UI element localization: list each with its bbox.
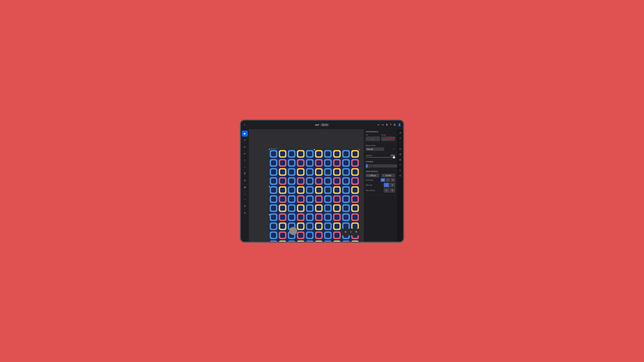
left-toolbar: ▶ ✦ ✒ ✏ ◻ ○ T ⊡ ▨ ••• − ⊟ ● (241, 129, 249, 242)
mini-star-btn[interactable]: ❋ (354, 230, 358, 234)
pattern-canvas (269, 149, 360, 242)
eraser-tool[interactable]: ◻ (242, 157, 248, 163)
blend-mode-select[interactable]: Normal Multiply Screen Overlay (366, 147, 384, 151)
text-tool[interactable]: T (242, 171, 248, 177)
grid-dimensions-row: ⊞ 1,546 px ⊟ -10.693... (366, 174, 395, 177)
share-button[interactable]: ⬆ (386, 123, 388, 126)
back-button[interactable]: ‹ (243, 122, 246, 127)
main-layout: ▶ ✦ ✒ ✏ ◻ ○ T ⊡ ▨ ••• − ⊟ ● Artboard 1 (241, 129, 403, 242)
grid-width-value: 1,546 px (369, 174, 378, 176)
canvas-area[interactable]: Artboard 1 (249, 129, 364, 242)
fill-label: Fill (366, 134, 380, 136)
help-button[interactable]: ? (390, 123, 392, 126)
handle-top-center[interactable] (314, 149, 315, 150)
grid-type-grid-btn[interactable]: ⊞ (381, 178, 385, 182)
stroke-size-input[interactable] (372, 164, 397, 167)
effects-panel-icon[interactable]: ✦ (398, 136, 402, 141)
toolbar-separator (243, 191, 247, 191)
stroke-swatch[interactable] (381, 137, 395, 141)
stroke-dotted-btn[interactable]: .. (370, 164, 372, 168)
stroke-line (382, 138, 394, 140)
grid-type-row: Grid type ⊞ ⊡ ⊠ (366, 178, 395, 182)
opacity-value: 100% (390, 154, 395, 156)
stroke-panel-section: STROKE — - - .. (364, 160, 397, 169)
flip-col-vertical-btn[interactable]: ⇅ (390, 188, 395, 193)
grid-height-input[interactable]: ⊟ -10.693... (382, 174, 395, 177)
appearance-section: APPEARANCE Fill — Stroke (364, 129, 397, 143)
device-frame: ‹ obd 39.3% ↩ ↪ ⬆ ? ⚙ 👤 ▶ ✦ ✒ ✏ ◻ ○ T ⊡ … (240, 119, 404, 243)
stroke-dashed-btn[interactable]: - - (368, 164, 370, 168)
top-bar-right: ↩ ↪ ⬆ ? ⚙ 👤 (377, 123, 401, 126)
doc-title: obd (315, 123, 319, 126)
brush-color-tool[interactable]: ● (242, 210, 248, 216)
blend-row: Blend mode (366, 144, 395, 146)
grid-repeat-title: GRID REPEAT (366, 171, 395, 172)
zoom-badge[interactable]: 39.3% (321, 123, 329, 126)
chevron-down-icon: ▾ (393, 148, 394, 150)
settings-button[interactable]: ⚙ (394, 123, 396, 126)
image-panel-icon[interactable]: ▨ (398, 157, 402, 162)
flip-row-vertical-btn[interactable]: ⇅ (390, 183, 395, 187)
fill-swatch[interactable]: — (366, 137, 380, 141)
pen-tool[interactable]: ✒ (242, 144, 248, 150)
blend-label: Blend mode (366, 144, 376, 146)
toolbar-dots: ••• (244, 192, 246, 194)
grid-repeat-section: GRID REPEAT ⊞ 1,546 px ⊟ -10.693... Grid… (364, 169, 397, 195)
grid-width-icon: ⊞ (367, 174, 368, 176)
panel-settings-icon[interactable]: ⚙ (398, 173, 402, 178)
profile-button[interactable]: 👤 (398, 123, 401, 126)
stroke-col: Stroke (381, 134, 395, 141)
opacity-label: Opacity (366, 154, 372, 156)
redo-button[interactable]: ↪ (382, 123, 384, 126)
image-tool[interactable]: ▨ (242, 184, 248, 190)
flip-row-btns: ⇆ ⇅ (384, 183, 395, 187)
obj-props-panel-icon[interactable]: ⊟ (398, 147, 402, 151)
grid-type-btns: ⊞ ⊡ ⊠ (381, 178, 395, 182)
align-tool[interactable]: ⊟ (242, 203, 248, 209)
flip-column-section: Flip column ⇆ ⇅ (366, 188, 395, 193)
undo-button[interactable]: ↩ (377, 123, 380, 126)
layers-panel-icon[interactable]: ⊞ (398, 131, 402, 135)
opacity-row: Opacity 100% (366, 154, 395, 156)
grid-type-hex-btn[interactable]: ⊠ (391, 178, 395, 182)
stroke-controls: — - - .. (366, 164, 395, 168)
direct-select-tool[interactable]: ✦ (242, 137, 248, 143)
select-tool[interactable]: ▶ (242, 131, 248, 137)
grid-height-icon: ⊟ (383, 174, 384, 176)
transform-panel-icon[interactable]: ⊠ (398, 152, 402, 157)
grid-type-brick-btn[interactable]: ⊡ (386, 178, 390, 182)
artboard[interactable] (269, 149, 360, 242)
mini-grid-btn[interactable]: ⊞ (343, 230, 348, 234)
grid-width-input[interactable]: ⊞ 1,546 px (366, 174, 379, 177)
grid-height-value: -10.693... (385, 174, 394, 176)
right-panel: APPEARANCE Fill — Stroke (364, 129, 397, 242)
opacity-fill (366, 157, 395, 158)
opacity-slider[interactable] (366, 157, 395, 158)
flip-col-label: Flip column (366, 189, 375, 191)
fill-dash: — (372, 137, 374, 140)
flip-row-label: Flip row (366, 184, 372, 186)
fill-stroke-row: Fill — Stroke (366, 134, 395, 141)
crop-tool[interactable]: ⊡ (242, 177, 248, 184)
minus-tool[interactable]: − (242, 196, 248, 202)
export-panel-icon[interactable]: ⬚ (398, 141, 402, 146)
bottom-mini-toolbar: ⊞ ≡ ❋ (342, 229, 360, 235)
top-bar-center: obd 39.3% (315, 123, 329, 126)
blend-wrapper[interactable]: Normal Multiply Screen Overlay ▾ (366, 147, 395, 151)
type-panel-icon[interactable]: T (398, 163, 402, 167)
stroke-solid-btn[interactable]: — (366, 164, 368, 168)
stroke-label: Stroke (381, 134, 395, 136)
grid-type-label: Grid type (366, 179, 373, 181)
floating-button[interactable] (289, 227, 297, 235)
flip-col-horizontal-btn[interactable]: ⇆ (384, 188, 389, 193)
flip-row-horizontal-btn[interactable]: ⇆ (384, 183, 389, 187)
mini-list-btn[interactable]: ≡ (348, 230, 353, 234)
pencil-tool[interactable]: ✏ (242, 151, 248, 157)
shape-tool[interactable]: ○ (242, 164, 248, 170)
svg-rect-18 (269, 149, 360, 242)
path-panel-icon[interactable]: ✒ (398, 168, 402, 173)
appearance-title: APPEARANCE (366, 131, 395, 133)
top-bar-left: ‹ (243, 122, 246, 127)
fill-col: Fill — (366, 134, 380, 141)
opacity-thumb[interactable] (393, 156, 395, 159)
